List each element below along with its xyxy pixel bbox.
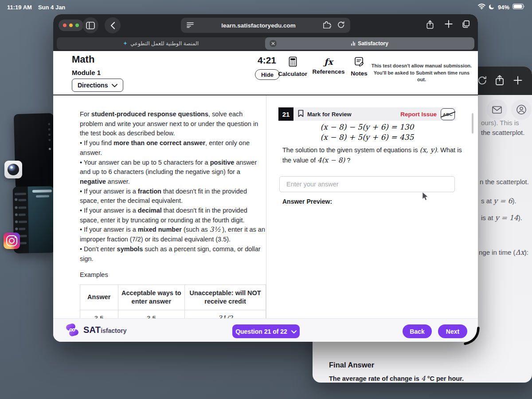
back-button[interactable]: Back — [403, 324, 432, 338]
reload-icon[interactable] — [337, 21, 345, 30]
module-label: Module 1 — [72, 69, 101, 76]
table-cell: 3.5 — [80, 310, 118, 319]
directions-bullet: • If you find more than one correct answ… — [80, 138, 266, 158]
moon-icon — [489, 4, 495, 11]
ipad-desktop: 11:19 AM Sun 4 Jan 94% — [0, 0, 532, 399]
address-bar[interactable]: learn.satisfactoryedu.com — [181, 18, 350, 33]
battery-icon — [512, 4, 525, 11]
abc-strikethrough-icon[interactable]: ABC — [441, 108, 455, 120]
directions-bullet: • If your answer is a fraction that does… — [80, 187, 266, 206]
test-content: For student-produced response questions,… — [53, 95, 478, 319]
references-tool[interactable]: ƒx References — [313, 56, 344, 75]
mark-for-review-button[interactable]: Mark for Review — [298, 110, 352, 119]
app-thumbnail-dark[interactable] — [14, 113, 55, 190]
date: Sun 4 Jan — [38, 4, 65, 11]
bg-text-fragment: ours). This is — [481, 119, 519, 126]
chevron-down-icon — [112, 82, 117, 89]
minimize-window-icon[interactable] — [69, 24, 73, 27]
test-header: Math Module 1 Directions 4:21 Hide Calcu… — [53, 51, 478, 95]
status-bar: 11:19 AM Sun 4 Jan 94% — [0, 0, 532, 13]
notes-icon — [354, 56, 364, 69]
browser-toolbar: learn.satisfactoryedu.com — [53, 14, 478, 36]
bg-text-fragment: n the scatterplot. — [480, 178, 529, 186]
report-issue-link[interactable]: Report Issue — [400, 111, 437, 118]
table-header: Acceptable ways to enter answer — [118, 284, 185, 310]
examples-table: Answer Acceptable ways to enter answer U… — [80, 284, 266, 319]
safari-window: learn.satisfactoryedu.com المنصة الوطنية… — [53, 14, 478, 342]
directions-button[interactable]: Directions — [72, 79, 123, 92]
table-cell: 3.5 — [118, 310, 185, 319]
close-window-icon[interactable] — [63, 24, 66, 27]
share-icon[interactable] — [426, 20, 434, 32]
next-button[interactable]: Next — [438, 324, 467, 338]
clock: 11:19 AM — [7, 4, 32, 11]
battery-percent: 94% — [498, 4, 509, 11]
table-header: Unacceptable: will NOT receive credit — [185, 284, 266, 310]
bg-text-fragment: nge in time (Δx): — [479, 248, 528, 257]
calculator-icon — [288, 56, 297, 69]
share-icon[interactable] — [494, 75, 505, 88]
directions-intro: For student-produced response questions,… — [80, 110, 266, 138]
section-title: Math — [72, 54, 94, 65]
reader-icon[interactable] — [186, 21, 194, 29]
tab-arabic-platform[interactable]: المنصة الوطنية للعمل التطوعي — [57, 37, 265, 50]
question-number-badge: 21 — [278, 107, 293, 121]
system-of-equations: (x − 8) − 5(y + 6) = 130 (x − 8) + 5(y +… — [278, 122, 456, 142]
submission-notice: This test doesn't allow manual submissio… — [369, 63, 474, 83]
bg-text-fragment: is at y = 14). — [481, 213, 522, 222]
timer: 4:21 — [251, 55, 282, 66]
new-tab-icon[interactable] — [513, 75, 523, 87]
bookmark-icon — [298, 110, 304, 119]
bg-text-fragment: s at y = 6). — [481, 197, 516, 205]
close-icon[interactable] — [270, 40, 277, 47]
bg-final-answer-heading: Final Answer — [329, 361, 374, 369]
wifi-icon — [478, 4, 485, 11]
answer-preview-label: Answer Preview: — [282, 198, 332, 205]
hide-timer-button[interactable]: Hide — [255, 69, 280, 80]
new-tab-icon[interactable] — [444, 20, 453, 30]
notes-tool[interactable]: Notes — [348, 56, 371, 77]
logo-mark — [65, 323, 80, 337]
sidebar-toggle-button[interactable] — [82, 17, 98, 33]
question-nav-button[interactable]: Question 21 of 22 — [232, 324, 300, 338]
brand-text-rest: isfactory — [101, 327, 126, 334]
calculator-tool[interactable]: Calculator — [280, 56, 305, 77]
directions-bullet: • If your answer is a mixed number (such… — [80, 225, 266, 244]
bg-final-answer-text: The average rate of change is 4 °C per h… — [329, 375, 464, 383]
directions-bullet: • If your answer is a decimal that doesn… — [80, 206, 266, 225]
tab-label: المنصة الوطنية للعمل التطوعي — [130, 40, 199, 47]
brand-text-bold: SAT — [83, 325, 101, 335]
table-cell: 31/2 — [185, 310, 266, 319]
question-prompt: The solution to the given system of equa… — [282, 145, 463, 165]
tab-satisfactory[interactable]: Satisfactory — [265, 37, 474, 50]
question-header-bar: 21 Mark for Review Report Issue ABC — [278, 107, 456, 121]
reload-icon[interactable] — [477, 75, 487, 87]
directions-bullet: • Your answer can be up to 5 characters … — [80, 158, 266, 187]
url-text: learn.satisfactoryedu.com — [194, 22, 323, 29]
scrollbar[interactable] — [472, 113, 473, 134]
mail-button[interactable] — [487, 99, 507, 120]
table-row: 3.5 3.5 31/2 — [80, 310, 266, 319]
chevron-down-icon — [291, 328, 297, 335]
directions-bullet: • Don't enter symbols such as a percent … — [80, 245, 266, 264]
panel-divider — [266, 95, 266, 319]
extensions-icon[interactable] — [323, 21, 331, 30]
bg-text-fragment: the scatterplot. — [481, 129, 524, 136]
satisfactory-logo: SATisfactory — [65, 323, 126, 337]
satisfactory-favicon — [351, 41, 355, 46]
sparkle-icon — [123, 40, 127, 47]
table-header: Answer — [80, 284, 118, 310]
instagram-app-icon[interactable] — [4, 233, 20, 249]
tab-overview-icon[interactable] — [461, 20, 470, 31]
back-button[interactable] — [105, 17, 121, 33]
answer-input[interactable] — [279, 176, 455, 192]
examples-label: Examples — [80, 270, 266, 280]
fx-icon: ƒx — [324, 56, 333, 67]
tab-bar: المنصة الوطنية للعمل التطوعي Satisfactor… — [53, 36, 478, 51]
profile-button[interactable] — [511, 99, 532, 120]
zoom-window-icon[interactable] — [75, 24, 79, 27]
window-controls[interactable] — [59, 20, 83, 31]
camera-app-icon[interactable] — [4, 161, 22, 178]
test-footer: SATisfactory Question 21 of 22 Back Next — [53, 318, 478, 342]
directions-panel: For student-produced response questions,… — [80, 110, 266, 319]
